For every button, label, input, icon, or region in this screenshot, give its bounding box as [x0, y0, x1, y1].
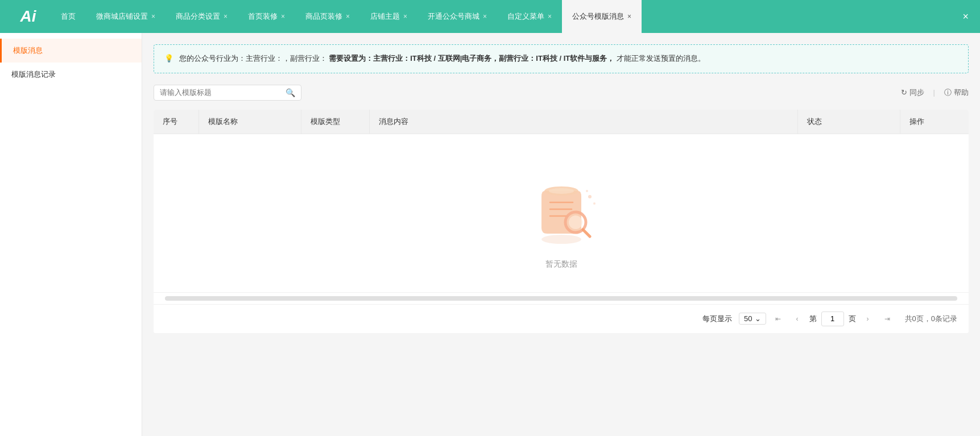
app-root: Ai 首页微商城店铺设置×商品分类设置×首页装修×商品页装修×店铺主题×开通公众… — [0, 0, 980, 436]
scrollbar-area — [154, 292, 969, 304]
nav-tab-custom-menu[interactable]: 自定义菜单× — [497, 0, 562, 33]
search-bar: 🔍 ↻ 同步 | ⓘ 帮助 — [154, 85, 969, 101]
svg-line-8 — [583, 230, 590, 236]
table-body: 暂无数据 — [154, 134, 969, 292]
logo: Ai — [6, 0, 51, 33]
notice-highlight: 需要设置为：主营行业：IT科技 / 互联网|电子商务，副营行业：IT科技 / I… — [329, 54, 614, 63]
nav-tab-micro-shop[interactable]: 微商城店铺设置× — [86, 0, 166, 33]
table-header-content: 消息内容 — [370, 110, 798, 134]
empty-text: 暂无数据 — [545, 259, 577, 269]
nav-tab-label: 公众号模版消息 — [572, 11, 624, 22]
data-table: 序号模版名称模版类型消息内容状态操作 — [154, 110, 969, 333]
svg-point-10 — [593, 202, 596, 205]
page-label: 第 — [809, 314, 817, 324]
nav-tab-label: 自定义菜单 — [507, 11, 544, 22]
current-page-input[interactable] — [821, 312, 844, 326]
nav-tab-home[interactable]: 首页 — [51, 0, 86, 33]
notice-banner: 💡 您的公众号行业为：主营行业：，副营行业： 需要设置为：主营行业：IT科技 /… — [154, 44, 969, 73]
notice-prefix: 您的公众号行业为：主营行业：，副营行业： — [179, 54, 327, 63]
nav-tab-template-msg[interactable]: 公众号模版消息× — [562, 0, 642, 33]
nav-tab-label: 微商城店铺设置 — [96, 11, 148, 22]
nav-tab-label: 商品页装修 — [305, 11, 342, 22]
nav-tab-label: 首页装修 — [248, 11, 278, 22]
sidebar-item-template-message[interactable]: 模版消息 — [0, 39, 142, 63]
nav-tab-label: 开通公众号商城 — [428, 11, 479, 22]
nav-tab-close-template-msg[interactable]: × — [627, 13, 631, 20]
sidebar-item-template-message-log[interactable]: 模版消息记录 — [0, 63, 142, 86]
nav-tab-product-decor[interactable]: 商品页装修× — [295, 0, 360, 33]
nav-tab-open-mall[interactable]: 开通公众号商城× — [417, 0, 497, 33]
nav-tab-category[interactable]: 商品分类设置× — [166, 0, 238, 33]
table-header: 序号模版名称模版类型消息内容状态操作 — [154, 110, 969, 134]
nav-tab-close-product-decor[interactable]: × — [346, 13, 350, 20]
table-header-index: 序号 — [154, 110, 199, 134]
help-button[interactable]: ⓘ 帮助 — [944, 88, 969, 98]
nav-tab-close-open-mall[interactable]: × — [483, 13, 487, 20]
svg-point-0 — [541, 235, 581, 244]
svg-point-11 — [586, 190, 588, 192]
page-size-chevron-icon: ⌄ — [755, 314, 761, 323]
help-icon: ⓘ — [944, 88, 952, 98]
action-divider: | — [933, 88, 935, 97]
search-input[interactable] — [160, 88, 286, 97]
nav-tab-close-micro-shop[interactable]: × — [151, 13, 155, 20]
fake-scrollbar[interactable] — [165, 296, 957, 301]
empty-state: 暂无数据 — [154, 134, 969, 292]
page-size-select[interactable]: 50 ⌄ — [739, 313, 766, 325]
help-label: 帮助 — [954, 88, 969, 98]
nav-tab-close-theme[interactable]: × — [403, 13, 407, 20]
top-nav: Ai 首页微商城店铺设置×商品分类设置×首页装修×商品页装修×店铺主题×开通公众… — [0, 0, 980, 33]
table-header-action: 操作 — [900, 110, 969, 134]
table-header-type: 模版类型 — [301, 110, 370, 134]
pagination: 每页显示 50 ⌄ ⇤ ‹ 第 页 › ⇥ 共0页，0条记录 — [154, 304, 969, 333]
sync-label: 同步 — [909, 88, 924, 98]
notice-icon: 💡 — [164, 54, 173, 63]
sidebar: 模版消息模版消息记录 — [0, 33, 142, 436]
search-input-wrap: 🔍 — [154, 85, 301, 101]
svg-point-2 — [549, 188, 574, 194]
notice-suffix: 才能正常发送预置的消息。 — [617, 54, 705, 63]
nav-tab-label: 商品分类设置 — [176, 11, 220, 22]
table-header-status: 状态 — [798, 110, 900, 134]
nav-tab-close-home-decor[interactable]: × — [281, 13, 285, 20]
nav-tab-theme[interactable]: 店铺主题× — [360, 0, 417, 33]
sync-button[interactable]: ↻ 同步 — [901, 88, 924, 98]
search-actions: ↻ 同步 | ⓘ 帮助 — [901, 88, 969, 98]
sync-icon: ↻ — [901, 88, 907, 97]
svg-point-9 — [588, 195, 592, 198]
nav-tab-home-decor[interactable]: 首页装修× — [238, 0, 295, 33]
nav-tab-close-category[interactable]: × — [224, 13, 228, 20]
prev-page-button[interactable]: ‹ — [790, 312, 805, 326]
next-page-button[interactable]: › — [861, 312, 875, 326]
main-layout: 模版消息模版消息记录 💡 您的公众号行业为：主营行业：，副营行业： 需要设置为：… — [0, 33, 980, 436]
total-info: 共0页，0条记录 — [905, 314, 957, 324]
page-size-value: 50 — [744, 314, 752, 323]
search-icon[interactable]: 🔍 — [286, 88, 295, 97]
close-all-tabs-button[interactable]: × — [957, 11, 974, 23]
nav-tabs: 首页微商城店铺设置×商品分类设置×首页装修×商品页装修×店铺主题×开通公众号商城… — [51, 0, 957, 33]
first-page-button[interactable]: ⇤ — [771, 312, 785, 326]
nav-tab-label: 店铺主题 — [370, 11, 400, 22]
svg-point-7 — [569, 215, 582, 229]
page-size-label: 每页显示 — [702, 314, 732, 324]
content-area: 💡 您的公众号行业为：主营行业：，副营行业： 需要设置为：主营行业：IT科技 /… — [142, 33, 980, 436]
last-page-button[interactable]: ⇥ — [880, 312, 895, 326]
table-header-name: 模版名称 — [199, 110, 301, 134]
nav-tab-close-custom-menu[interactable]: × — [548, 13, 552, 20]
page-unit: 页 — [849, 314, 856, 324]
empty-icon — [522, 168, 601, 248]
nav-tab-label: 首页 — [61, 11, 76, 22]
